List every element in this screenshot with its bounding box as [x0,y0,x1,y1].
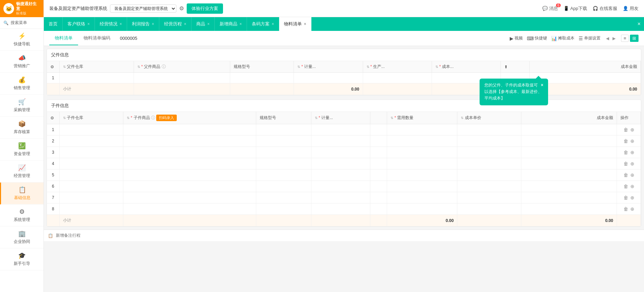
action-doc-settings[interactable]: ☰ 单据设置 [579,35,600,41]
copy-icon[interactable]: ⊕ [630,206,634,212]
close-icon[interactable]: × [239,22,242,26]
list-view-btn[interactable]: ≡ [621,35,629,42]
child-sort-cell[interactable] [370,192,387,203]
sidebar-item-inventory[interactable]: 📦 库存核算 [0,117,44,139]
copy-icon[interactable]: ⊕ [630,184,634,189]
child-warehouse-cell[interactable] [59,124,123,136]
child-sort-cell[interactable] [370,147,387,158]
child-amount-cell[interactable] [521,181,617,192]
delete-icon[interactable]: 🗑 [623,138,628,144]
child-product-cell[interactable] [123,181,256,192]
user-menu[interactable]: 👤 用友 [623,5,639,12]
parent-unit-cell[interactable] [294,73,363,83]
child-amount-cell[interactable] [521,124,617,136]
child-spec-cell[interactable] [256,158,311,170]
child-qty-cell[interactable] [387,124,457,136]
sidebar-item-enterprise[interactable]: 🏢 企业协同 [0,226,44,248]
child-sort-cell[interactable] [370,170,387,181]
child-sort-cell[interactable] [370,158,387,170]
child-product-cell[interactable] [123,124,256,136]
child-warehouse-cell[interactable] [59,181,123,192]
child-amount-cell[interactable] [521,203,617,215]
child-qty-cell[interactable] [387,170,457,181]
tab-operations[interactable]: 经营情况 × [95,17,127,31]
close-icon[interactable]: × [272,22,274,26]
child-amount-cell[interactable] [521,170,617,181]
child-amount-cell[interactable] [521,147,617,158]
child-product-cell[interactable] [123,170,256,181]
child-unit-cell[interactable] [311,158,370,170]
sidebar-item-guide[interactable]: 🎓 新手引导 [0,248,44,270]
sidebar-item-quick-nav[interactable]: ⚡ 快捷导航 [0,29,44,51]
tab-history[interactable]: 经营历程 × [159,17,191,31]
close-icon[interactable]: × [304,22,306,26]
child-product-cell[interactable] [123,147,256,158]
scan-button[interactable]: 扫码录入 [156,115,177,121]
parent-warehouse-cell[interactable] [59,73,134,83]
delete-icon[interactable]: 🗑 [623,184,628,189]
child-amount-cell[interactable] [521,158,617,170]
child-warehouse-cell[interactable] [59,203,123,215]
child-spec-cell[interactable] [256,170,311,181]
child-qty-cell[interactable] [387,136,457,147]
child-qty-cell[interactable] [387,192,457,203]
close-icon[interactable]: × [184,22,186,26]
child-spec-cell[interactable] [256,147,311,158]
child-unit-cell[interactable] [311,170,370,181]
sidebar-item-marketing[interactable]: 📣 营销推广 [0,51,44,73]
app-download[interactable]: 📱 App下载 [564,5,587,12]
copy-icon[interactable]: ⊕ [630,172,634,178]
child-product-cell[interactable] [123,136,256,147]
sidebar-item-finance[interactable]: 💹 资金管理 [0,139,44,161]
online-service[interactable]: 🎧 在线客服 [593,5,617,12]
close-icon[interactable]: × [87,22,90,26]
child-warehouse-cell[interactable] [59,192,123,203]
copy-icon[interactable]: ⊕ [630,150,634,155]
parent-production-cell[interactable] [363,73,432,83]
copy-icon[interactable]: ⊕ [630,195,634,200]
child-price-cell[interactable] [457,136,521,147]
child-product-cell[interactable] [123,158,256,170]
child-qty-cell[interactable] [387,158,457,170]
next-arrow[interactable]: ▶ [611,35,617,42]
child-warehouse-cell[interactable] [59,136,123,147]
child-unit-cell[interactable] [311,203,370,215]
delete-icon[interactable]: 🗑 [623,206,628,212]
gear-icon[interactable]: ⚙ [179,5,184,12]
copy-icon[interactable]: ⊕ [630,161,634,166]
close-all-tabs[interactable]: × [634,21,644,27]
child-unit-cell[interactable] [311,124,370,136]
child-sort-cell[interactable] [370,124,387,136]
parent-product-cell[interactable] [134,73,230,83]
child-spec-cell[interactable] [256,136,311,147]
child-qty-cell[interactable] [387,147,457,158]
child-warehouse-cell[interactable] [59,158,123,170]
child-warehouse-cell[interactable] [59,170,123,181]
delete-icon[interactable]: 🗑 [623,127,628,132]
child-sort-cell[interactable] [370,203,387,215]
child-price-cell[interactable] [457,147,521,158]
sub-tab-bom-code[interactable]: 物料清单编码 [78,32,116,45]
sidebar-item-operations[interactable]: 📈 经营管理 [0,161,44,183]
tab-profit[interactable]: 利润报告 × [127,17,159,31]
tooltip-close-btn[interactable]: × [541,82,543,89]
close-icon[interactable]: × [207,22,210,26]
action-video[interactable]: ▶ 视频 [510,35,523,41]
child-sort-cell[interactable] [370,136,387,147]
copy-icon[interactable]: ⊕ [630,138,634,144]
tab-new-product[interactable]: 新增商品 × [215,17,247,31]
child-sort-cell[interactable] [370,181,387,192]
notification-bell[interactable]: 💬 6 消息 [542,5,558,12]
child-product-cell[interactable] [123,203,256,215]
child-unit-cell[interactable] [311,136,370,147]
search-menu[interactable]: 🔍 搜索菜单 [0,17,44,29]
copy-icon[interactable]: ⊕ [630,127,634,132]
tab-bom[interactable]: 物料清单 × [279,17,311,31]
child-qty-cell[interactable] [387,181,457,192]
parent-spec-cell[interactable] [230,73,294,83]
system-selector[interactable]: 装备及固定资产辅助管理系统 [110,4,176,13]
child-price-cell[interactable] [457,181,521,192]
action-cost-allocation[interactable]: 📊 摊取成本 [551,35,574,41]
child-amount-cell[interactable] [521,192,617,203]
sidebar-item-purchase[interactable]: 🛒 采购管理 [0,95,44,117]
